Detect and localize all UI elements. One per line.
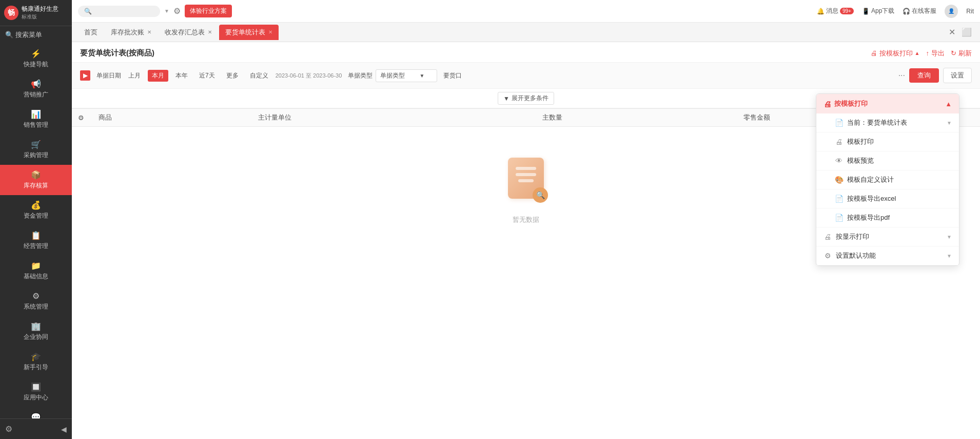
sidebar-item-quick-nav[interactable]: ⚡ 快捷导航 — [0, 44, 72, 74]
template-excel-label: 按模板导出excel — [847, 194, 896, 203]
dropdown-template-print[interactable]: 🖨 模板打印 — [816, 132, 959, 151]
print-icon: 🖨 — [871, 49, 877, 57]
sidebar-item-newbie[interactable]: 🎓 新手引导 — [0, 347, 72, 377]
dropdown-template-design[interactable]: 🎨 模板自定义设计 — [816, 170, 959, 189]
dropdown-default-setting[interactable]: ⚙ 设置默认功能 ▼ — [816, 246, 959, 265]
export-btn[interactable]: ↑ 导出 — [926, 49, 945, 58]
tab-order-summary-close[interactable]: ✕ — [268, 29, 272, 35]
sidebar-item-enterprise[interactable]: 🏢 企业协同 — [0, 316, 72, 347]
dropdown-current-template[interactable]: 📄 当前：要货单统计表 ▼ — [816, 113, 959, 132]
template-print-icon: 🖨 — [835, 138, 843, 146]
tab-home[interactable]: 首页 — [78, 25, 104, 40]
tab-collection-summary[interactable]: 收发存汇总表 ✕ — [159, 25, 218, 40]
sidebar-item-purchase[interactable]: 🛒 采购管理 — [0, 135, 72, 165]
gear-icon[interactable]: ⚙ — [173, 6, 181, 16]
global-search[interactable]: 🔍 — [78, 6, 160, 17]
notification-badge: 99+ — [840, 8, 854, 14]
tab-close-all-btn[interactable]: ✕ — [947, 26, 957, 38]
app-download-btn[interactable]: 📱 App下载 — [862, 7, 894, 15]
page-content: 要货单统计表(按商品) 🖨 按模板打印 ▲ ↑ 导出 ↻ 刷新 ▶ — [72, 42, 980, 439]
sidebar-item-sales[interactable]: 📊 销售管理 — [0, 104, 72, 135]
sidebar-collapse-icon[interactable]: ◀ — [61, 425, 67, 433]
page-header: 要货单统计表(按商品) 🖨 按模板打印 ▲ ↑ 导出 ↻ 刷新 — [72, 42, 980, 63]
sidebar-item-operation[interactable]: 📋 经营管理 — [0, 225, 72, 256]
expand-icon: ▼ — [503, 95, 509, 102]
date-btn-7days[interactable]: 近7天 — [195, 70, 219, 82]
dropdown-collapse-btn[interactable]: ▲ — [945, 100, 952, 108]
filter-expand-btn[interactable]: ▶ — [80, 70, 90, 81]
marketing-icon: 📢 — [31, 79, 41, 89]
sidebar: 畅 畅康通好生意 标准版 🔍 搜索菜单 ⚡ 快捷导航 📢 营销推广 📊 销售管理… — [0, 0, 72, 439]
refresh-icon: ↻ — [951, 49, 956, 57]
logo-icon: 畅 — [4, 6, 18, 20]
settings-icon[interactable]: ⚙ — [5, 424, 12, 434]
date-btn-current-month[interactable]: 本月 — [148, 70, 168, 82]
operation-icon: 📋 — [31, 231, 41, 240]
refresh-btn[interactable]: ↻ 刷新 — [951, 49, 972, 58]
query-btn[interactable]: 查询 — [909, 68, 939, 83]
print-template-btn[interactable]: 🖨 按模板打印 ▲ — [871, 49, 920, 58]
search-label: 搜索菜单 — [15, 30, 42, 40]
template-design-label: 模板自定义设计 — [847, 175, 894, 184]
sidebar-item-wechat[interactable]: 💬 企业微信 — [0, 407, 72, 418]
order-type-chevron: ▼ — [419, 73, 424, 79]
expand-more-btn[interactable]: ▼ 展开更多条件 — [498, 92, 554, 105]
current-template-label: 当前：要货单统计表 — [847, 118, 907, 127]
sidebar-search[interactable]: 🔍 搜索菜单 — [0, 26, 72, 44]
tab-batch-account-close[interactable]: ✕ — [147, 29, 151, 35]
template-preview-icon: 👁 — [835, 157, 843, 165]
empty-text: 暂无数据 — [513, 215, 539, 224]
main-area: 🔍 ▼ ⚙ 体验行业方案 🔔 消息 99+ 📱 App下载 🎧 在线客服 👤 — [72, 0, 980, 439]
tab-batch-account[interactable]: 库存批次账 ✕ — [105, 25, 158, 40]
date-btn-current-year[interactable]: 本年 — [171, 70, 192, 82]
col-product: 商品 — [92, 109, 252, 127]
dropdown-template-preview[interactable]: 👁 模板预览 — [816, 151, 959, 170]
online-service-btn[interactable]: 🎧 在线客服 — [903, 7, 936, 15]
sidebar-item-finance[interactable]: 💰 资金管理 — [0, 195, 72, 225]
template-design-icon: 🎨 — [835, 176, 843, 184]
current-template-arrow: ▼ — [947, 120, 952, 126]
dropdown-template-pdf[interactable]: 📄 按模板导出pdf — [816, 208, 959, 227]
sidebar-nav: ⚡ 快捷导航 📢 营销推广 📊 销售管理 🛒 采购管理 📦 库存核算 💰 资金管… — [0, 44, 72, 418]
user-name: Rit — [966, 8, 974, 15]
tab-order-summary-label: 要货单统计表 — [225, 28, 265, 37]
sidebar-item-marketing[interactable]: 📢 营销推广 — [0, 74, 72, 104]
date-btn-last-month[interactable]: 上月 — [124, 70, 145, 82]
dropdown-template-excel[interactable]: 📄 按模板导出excel — [816, 189, 959, 208]
tab-collection-summary-close[interactable]: ✕ — [208, 29, 212, 35]
search-dropdown-arrow[interactable]: ▼ — [164, 8, 169, 14]
filter-bar: ▶ 单据日期 上月 本月 本年 近7天 更多 自定义 2023-06-01 至 … — [72, 63, 980, 89]
tab-order-summary[interactable]: 要货单统计表 ✕ — [219, 25, 279, 40]
col-settings[interactable]: ⚙ — [72, 109, 92, 127]
service-icon: 🎧 — [903, 8, 910, 15]
dropdown-display-print[interactable]: 🖨 按显示打印 ▼ — [816, 227, 959, 246]
sidebar-item-label: 库存核算 — [24, 181, 48, 190]
app-version: 标准版 — [22, 13, 58, 21]
order-type-select[interactable]: 单据类型 ▼ — [376, 69, 437, 82]
display-print-arrow: ▼ — [947, 234, 952, 240]
user-avatar[interactable]: 👤 — [945, 5, 958, 18]
sidebar-item-label: 系统管理 — [24, 302, 48, 311]
date-btn-more[interactable]: 更多 — [222, 70, 243, 82]
inventory-icon: 📦 — [31, 170, 41, 180]
tab-maximize-btn[interactable]: ⬜ — [959, 26, 974, 38]
template-print-label: 模板打印 — [847, 137, 874, 146]
empty-illustration: 🔍 — [500, 158, 552, 209]
display-print-label: 按显示打印 — [836, 232, 869, 241]
more-btn[interactable]: ··· — [898, 71, 905, 80]
sidebar-item-app-center[interactable]: 🔲 应用中心 — [0, 377, 72, 407]
date-btn-custom[interactable]: 自定义 — [246, 70, 272, 82]
search-icon: 🔍 — [84, 8, 92, 15]
sidebar-item-label: 采购管理 — [24, 151, 48, 160]
finance-icon: 💰 — [31, 200, 41, 210]
col-unit: 主计量单位 — [252, 109, 536, 127]
sidebar-item-basic[interactable]: 📁 基础信息 — [0, 256, 72, 286]
app-download-icon: 📱 — [862, 8, 870, 15]
industry-btn[interactable]: 体验行业方案 — [185, 5, 232, 17]
refresh-label: 刷新 — [958, 49, 972, 58]
sidebar-item-system[interactable]: ⚙ 系统管理 — [0, 286, 72, 316]
notification-btn[interactable]: 🔔 消息 99+ — [817, 7, 854, 15]
column-settings-btn[interactable]: 设置 — [943, 68, 972, 83]
sidebar-item-inventory[interactable]: 📦 库存核算 — [0, 165, 72, 195]
order-type-filter-group: 单据类型 单据类型 ▼ — [348, 69, 437, 82]
